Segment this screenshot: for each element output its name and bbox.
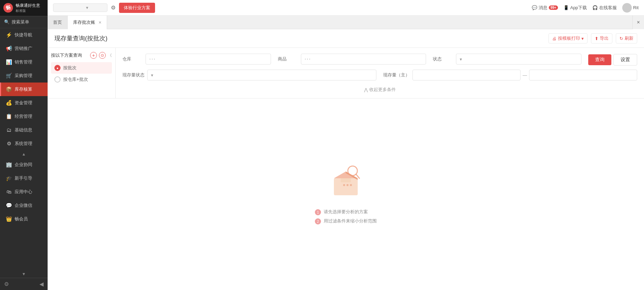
scheme-gear-button[interactable]: ⊙ [99,52,106,59]
sidebar-item-quick-nav[interactable]: ⚡ 快捷导航 [0,28,48,42]
system-icon: ⚙ [6,141,12,147]
page-actions: 🖨 按模板打印 ▾ ⬆ 导出 ↻ 刷新 [548,33,637,43]
sidebar-item-sales[interactable]: 📊 销售管理 [0,55,48,69]
topbar-gear-icon[interactable]: ⚙ [111,4,116,11]
refresh-icon: ↻ [620,36,623,41]
sidebar-item-label: 销售管理 [15,59,32,65]
status-label: 状态 [433,56,453,62]
inventory-amount-range: — [412,70,637,80]
scheme-add-button[interactable]: + [90,52,97,59]
refresh-label: 刷新 [625,35,633,41]
filter-actions: 查询 设置 [588,54,637,66]
refresh-button[interactable]: ↻ 刷新 [616,33,637,43]
topbar-search-input[interactable] [57,5,84,10]
sidebar-scroll-down[interactable]: ▲ [0,150,48,158]
sidebar-item-system[interactable]: ⚙ 系统管理 [0,137,48,150]
sidebar-item-inventory[interactable]: 📦 库存核算 [0,83,48,96]
sidebar-item-label: 企业微信 [15,202,32,209]
print-label: 按模板打印 [558,35,580,41]
messages-icon: 💬 [532,5,537,10]
page-close-button[interactable]: × [632,16,644,29]
sidebar-item-label: 系统管理 [15,141,32,147]
sidebar-item-label: 快捷导航 [15,32,32,38]
topbar-right: 💬 消息 99+ 📱 App下载 🎧 在线客服 Rit [532,3,639,13]
app-download-button[interactable]: 📱 App下载 [563,5,587,11]
inventory-status-select[interactable]: ▾ [147,70,376,80]
svg-rect-3 [341,178,351,182]
service-icon: 🎧 [592,5,598,10]
scroll-down-icon: ▲ [22,152,26,157]
collapse-icon[interactable]: ◀ [39,281,44,287]
online-service-button[interactable]: 🎧 在线客服 [592,5,617,11]
tab-close-icon[interactable]: × [99,20,101,25]
username-label: Rit [633,5,639,10]
sidebar-header: 畅 畅康通好生意 标准版 [0,0,48,16]
finance-icon: 💰 [6,100,12,106]
appstore-icon: 🛍 [6,189,12,195]
main-area: ▾ ⚙ 体验行业方案 💬 消息 99+ 📱 App下载 🎧 在线客服 Rit [48,0,644,290]
range-dash: — [523,73,527,78]
topbar-search-box[interactable]: ▾ [53,3,107,12]
active-tab-label: 库存批次账 [73,19,95,25]
sidebar-item-label: 企业协同 [15,162,32,168]
online-service-label: 在线客服 [599,5,617,11]
warehouse-input[interactable]: ··· [146,54,271,65]
empty-steps: 1 请先选择要分析的方案 2 用过滤条件来缩小分析范围 [315,209,377,227]
sales-icon: 📊 [6,59,12,65]
topbar: ▾ ⚙ 体验行业方案 💬 消息 99+ 📱 App下载 🎧 在线客服 Rit [48,0,644,16]
sidebar-item-purchase[interactable]: 🛒 采购管理 [0,69,48,83]
inventory-amount-to[interactable] [529,70,637,80]
sidebar-item-marketing[interactable]: 📢 营销推广 [0,42,48,55]
sidebar-item-wechat[interactable]: 💬 企业微信 [0,199,48,212]
step-2-text: 用过滤条件来缩小分析范围 [324,218,377,224]
print-button[interactable]: 🖨 按模板打印 ▾ [548,33,588,43]
sidebar-item-appstore[interactable]: 🛍 应用中心 [0,185,48,199]
scheme-header: 按以下方案查询 + ⊙ 《 [51,52,112,59]
scroll-up-icon: ▼ [22,272,26,276]
query-button[interactable]: 查询 [588,54,611,65]
sidebar-item-operation[interactable]: 📋 经营管理 [0,110,48,123]
export-button[interactable]: ⬆ 导出 [591,33,612,43]
sidebar-item-label: 应用中心 [15,189,32,195]
basics-icon: 🗂 [6,127,12,133]
status-select[interactable]: ▾ [456,54,581,65]
sidebar-item-label: 畅会员 [15,216,28,222]
search-icon: 🔍 [4,19,10,24]
sidebar-item-enterprise[interactable]: 🏢 企业协同 [0,158,48,171]
messages-button[interactable]: 💬 消息 99+ [532,5,558,11]
settings-icon[interactable]: ⚙ [4,281,9,287]
chevron-down-icon[interactable]: ▾ [86,5,88,10]
user-avatar-area[interactable]: Rit [622,3,639,13]
collapse-chevron-up-icon: ⋀ [364,87,368,92]
sidebar-scroll-up[interactable]: ▼ [0,270,48,278]
print-chevron-icon[interactable]: ▾ [581,36,584,41]
sidebar-item-newbie[interactable]: 🎓 新手引导 [0,171,48,185]
empty-illustration [325,161,366,202]
tab-home[interactable]: 首页 [48,16,68,29]
empty-step-1: 1 请先选择要分析的方案 [315,209,377,215]
tabbar: 首页 库存批次账 × × [48,16,644,29]
sidebar-item-label: 采购管理 [15,73,32,79]
svg-point-8 [350,184,352,186]
wechat-icon: 💬 [6,202,12,209]
tab-inventory-batch[interactable]: 库存批次账 × [68,16,107,29]
sidebar-item-finance[interactable]: 💰 资金管理 [0,96,48,110]
empty-state: 1 请先选择要分析的方案 2 用过滤条件来缩小分析范围 [48,98,644,290]
scheme-item-batch[interactable]: ● 按批次 [51,62,112,74]
scheme-item-warehouse-batch[interactable]: 按仓库+批次 [51,74,112,85]
member-icon: 👑 [6,216,12,222]
sidebar-search[interactable]: 🔍 搜索菜单 [0,16,48,28]
inventory-amount-from[interactable] [412,70,521,80]
trial-button[interactable]: 体验行业方案 [119,3,155,13]
goods-input[interactable]: ··· [301,54,426,65]
sidebar-item-basics[interactable]: 🗂 基础信息 [0,123,48,137]
setting-button[interactable]: 设置 [613,54,637,66]
operation-icon: 📋 [6,113,12,120]
scheme-header-actions: + ⊙ 《 [90,52,112,59]
collapse-more-button[interactable]: ⋀ 收起更多条件 [122,85,637,93]
scheme-sidebar: 按以下方案查询 + ⊙ 《 ● 按批次 按仓库+批次 [48,48,116,98]
home-tab-label: 首页 [53,19,62,25]
scheme-collapse-icon[interactable]: 《 [108,53,112,58]
sidebar-nav: ⚡ 快捷导航 📢 营销推广 📊 销售管理 🛒 采购管理 📦 库存核算 💰 资金管… [0,28,48,270]
sidebar-item-member[interactable]: 👑 畅会员 [0,212,48,226]
